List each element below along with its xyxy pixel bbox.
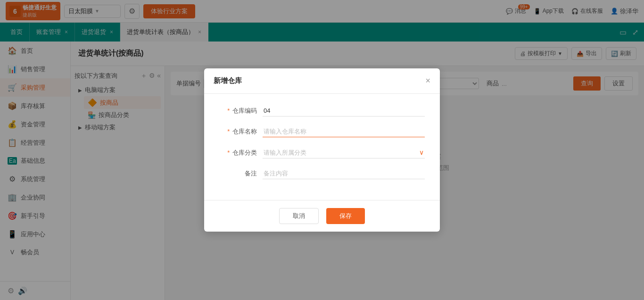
- form-label-name: * 仓库名称: [219, 127, 257, 136]
- form-label-code: * 仓库编码: [219, 107, 257, 115]
- form-row-category: * 仓库分类 ∨: [219, 147, 425, 158]
- form-row-name: * 仓库名称: [219, 126, 425, 137]
- cancel-btn[interactable]: 取消: [279, 208, 319, 224]
- dialog-title: 新增仓库: [214, 76, 242, 85]
- dialog-close-btn[interactable]: ×: [425, 76, 430, 86]
- dialog-footer: 取消 保存: [204, 200, 440, 232]
- form-label-remark: 备注: [219, 169, 257, 178]
- label-remark-text: 备注: [245, 170, 257, 177]
- required-star-category: *: [227, 149, 230, 156]
- warehouse-name-input[interactable]: [263, 126, 425, 137]
- new-warehouse-dialog: 新增仓库 × * 仓库编码 * 仓库名称: [204, 68, 440, 232]
- form-row-remark: 备注: [219, 168, 425, 179]
- label-name-text: 仓库名称: [232, 128, 257, 135]
- required-star-code: *: [227, 107, 230, 114]
- dialog-body: * 仓库编码 * 仓库名称 * 仓库分类: [204, 94, 440, 200]
- dialog-header: 新增仓库 ×: [204, 68, 440, 94]
- category-chevron-icon: ∨: [419, 149, 424, 156]
- required-star-name: *: [227, 128, 230, 135]
- form-row-code: * 仓库编码: [219, 105, 425, 117]
- dialog-overlay[interactable]: 新增仓库 × * 仓库编码 * 仓库名称: [0, 0, 644, 300]
- warehouse-category-wrapper[interactable]: ∨: [263, 147, 425, 158]
- label-category-text: 仓库分类: [232, 149, 257, 156]
- save-btn[interactable]: 保存: [326, 208, 365, 224]
- warehouse-remark-input[interactable]: [263, 168, 425, 179]
- warehouse-code-input[interactable]: [263, 105, 425, 117]
- form-label-category: * 仓库分类: [219, 149, 257, 157]
- label-code-text: 仓库编码: [232, 107, 257, 114]
- warehouse-category-input[interactable]: [264, 149, 419, 156]
